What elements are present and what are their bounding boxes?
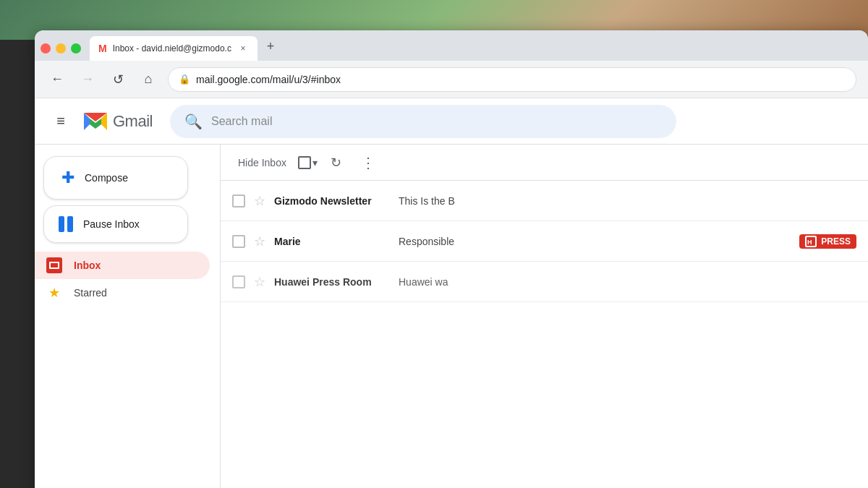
compose-label: Compose xyxy=(85,172,128,184)
email-sender: Marie xyxy=(274,236,390,247)
gmail-sidebar: ✚ Compose Pause Inbox xyxy=(35,145,220,488)
pause-inbox-label: Pause Inbox xyxy=(83,218,140,230)
email-sender: Huawei Press Room xyxy=(274,276,390,288)
search-icon: 🔍 xyxy=(184,113,203,130)
lock-icon: 🔒 xyxy=(179,74,190,85)
hamburger-icon: ≡ xyxy=(56,113,65,129)
sidebar-item-inbox[interactable]: Inbox xyxy=(35,252,210,279)
gmail-header: ≡ Gmail 🔍 Search mail xyxy=(35,98,868,145)
email-sender: Gizmodo Newsletter xyxy=(274,195,390,207)
hide-inbox-button[interactable]: Hide Inbox xyxy=(232,154,292,171)
email-star-icon[interactable]: ☆ xyxy=(254,274,265,290)
gmail-app: ≡ Gmail 🔍 Search mail xyxy=(35,98,868,488)
search-placeholder-text: Search mail xyxy=(211,115,272,128)
compose-button[interactable]: ✚ Compose xyxy=(43,156,188,200)
press-badge: H PRESS xyxy=(799,234,856,249)
new-tab-button[interactable]: + xyxy=(260,36,281,56)
more-options-button[interactable]: ⋮ xyxy=(355,150,381,176)
select-all-checkbox[interactable] xyxy=(298,156,311,169)
refresh-emails-button[interactable]: ↻ xyxy=(323,150,349,176)
gmail-body: ✚ Compose Pause Inbox xyxy=(35,145,868,488)
pause-bar-left xyxy=(59,216,64,232)
window-controls xyxy=(41,43,90,61)
compose-plus-icon: ✚ xyxy=(61,168,75,187)
sidebar-item-starred[interactable]: ★ Starred xyxy=(35,279,210,307)
email-snippet: This Is the B xyxy=(399,195,856,207)
email-row[interactable]: ☆ Marie Responsible H PRESS xyxy=(221,221,868,262)
browser-tab[interactable]: M Inbox - david.nield@gizmodo.c × xyxy=(90,36,258,61)
browser-navbar: ← → ↺ ⌂ 🔒 mail.google.com/mail/u/3/#inbo… xyxy=(35,61,868,98)
inbox-icon xyxy=(46,257,62,273)
address-bar[interactable]: 🔒 mail.google.com/mail/u/3/#inbox xyxy=(168,67,856,92)
svg-text:H: H xyxy=(807,239,812,246)
email-snippet: Huawei wa xyxy=(399,276,856,288)
back-button[interactable]: ← xyxy=(46,69,68,90)
gmail-m-icon xyxy=(81,107,110,136)
select-dropdown-arrow[interactable]: ▾ xyxy=(312,157,318,168)
gmail-wordmark: Gmail xyxy=(113,112,153,131)
hamburger-menu-button[interactable]: ≡ xyxy=(46,107,75,136)
sidebar-item-inbox-label: Inbox xyxy=(74,260,101,271)
press-badge-icon: H xyxy=(805,236,817,247)
pause-inbox-button[interactable]: Pause Inbox xyxy=(43,205,188,243)
email-checkbox[interactable] xyxy=(232,275,245,288)
window-maximize-button[interactable] xyxy=(71,43,81,53)
more-options-icon: ⋮ xyxy=(361,154,375,171)
forward-button[interactable]: → xyxy=(77,69,98,90)
browser-tabbar: M Inbox - david.nield@gizmodo.c × + xyxy=(35,30,868,61)
email-row[interactable]: ☆ Huawei Press Room Huawei wa xyxy=(221,262,868,302)
select-all-checkbox-wrap: ▾ xyxy=(298,156,318,169)
window-close-button[interactable] xyxy=(41,43,51,53)
email-row[interactable]: ☆ Gizmodo Newsletter This Is the B xyxy=(221,181,868,221)
tab-close-button[interactable]: × xyxy=(237,43,249,54)
refresh-button[interactable]: ↺ xyxy=(107,69,129,90)
pause-icon xyxy=(59,216,73,232)
refresh-icon: ↻ xyxy=(331,155,341,171)
tab-favicon: M xyxy=(98,43,107,54)
home-button[interactable]: ⌂ xyxy=(137,69,159,90)
pause-bar-right xyxy=(67,216,73,232)
tab-title: Inbox - david.nield@gizmodo.c xyxy=(113,43,231,53)
email-checkbox[interactable] xyxy=(232,235,245,248)
email-star-icon[interactable]: ☆ xyxy=(254,193,265,209)
press-badge-logo-icon: H xyxy=(807,237,815,246)
starred-icon: ★ xyxy=(46,285,62,301)
window-minimize-button[interactable] xyxy=(56,43,66,53)
email-checkbox[interactable] xyxy=(232,194,245,207)
email-toolbar: Hide Inbox ▾ ↻ ⋮ xyxy=(221,145,868,181)
url-text: mail.google.com/mail/u/3/#inbox xyxy=(196,74,341,85)
browser-window: M Inbox - david.nield@gizmodo.c × + ← → … xyxy=(35,30,868,488)
email-snippet: Responsible xyxy=(399,236,785,247)
search-bar[interactable]: 🔍 Search mail xyxy=(170,105,676,138)
gmail-main: Hide Inbox ▾ ↻ ⋮ ☆ Gizmodo xyxy=(220,145,868,488)
sidebar-item-starred-label: Starred xyxy=(74,287,107,299)
email-star-icon[interactable]: ☆ xyxy=(254,234,265,249)
press-badge-text: PRESS xyxy=(821,236,851,247)
gmail-logo: Gmail xyxy=(81,107,153,136)
